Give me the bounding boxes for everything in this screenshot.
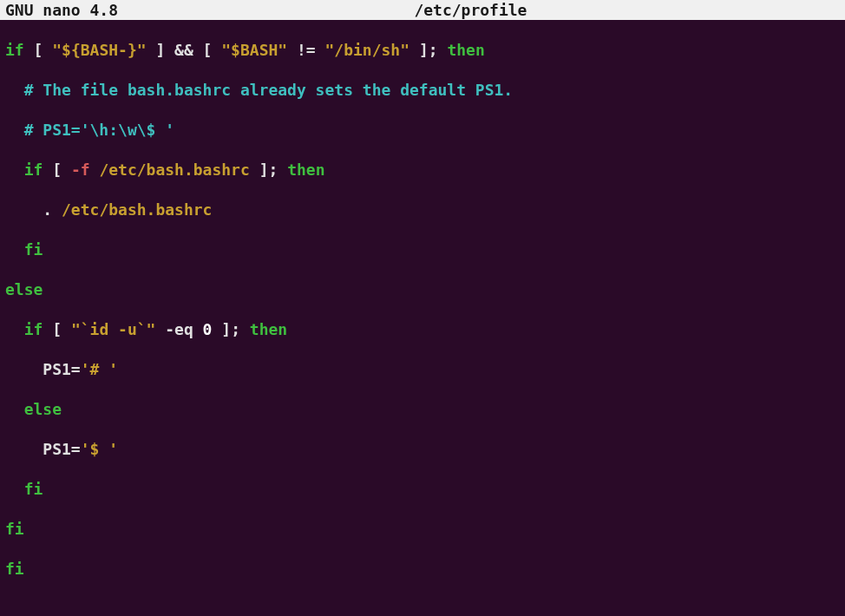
code-line: else	[5, 399, 840, 419]
code-line: # PS1='\h:\w\$ '	[5, 120, 840, 140]
filename: /etc/profile	[414, 0, 527, 20]
code-line: if [ "`id -u`" -eq 0 ]; then	[5, 319, 840, 339]
code-line: fi	[5, 239, 840, 259]
code-line: fi	[5, 519, 840, 539]
code-line: PS1='# '	[5, 359, 840, 379]
code-line: else	[5, 279, 840, 299]
code-line: fi	[5, 559, 840, 579]
code-line: if [ -f /etc/bash.bashrc ]; then	[5, 160, 840, 180]
code-line: if [ "${BASH-}" ] && [ "$BASH" != "/bin/…	[5, 40, 840, 60]
code-line	[5, 599, 840, 616]
code-line: # The file bash.bashrc already sets the …	[5, 80, 840, 100]
app-name: GNU nano 4.8	[5, 0, 414, 20]
titlebar: GNU nano 4.8 /etc/profile	[0, 0, 845, 20]
editor-area[interactable]: if [ "${BASH-}" ] && [ "$BASH" != "/bin/…	[0, 20, 845, 616]
code-line: PS1='$ '	[5, 439, 840, 459]
code-line: . /etc/bash.bashrc	[5, 200, 840, 220]
code-line: fi	[5, 479, 840, 499]
